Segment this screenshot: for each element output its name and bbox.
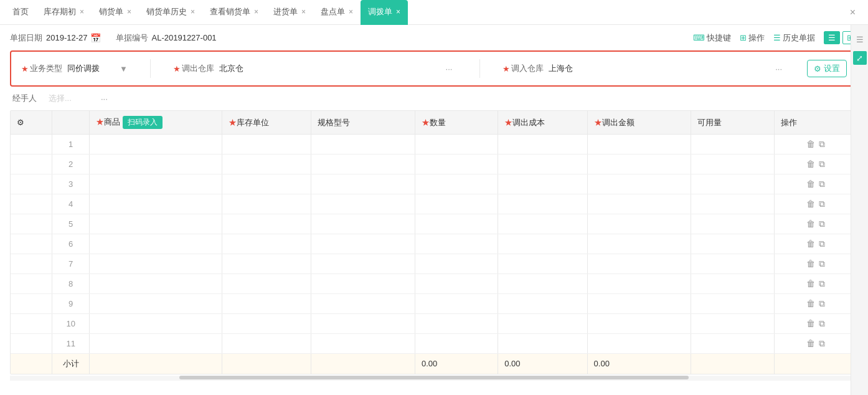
row-copy-5-icon[interactable]: ⧉ [819,219,825,229]
row-spec-5[interactable] [311,214,415,234]
row-cost-2[interactable] [498,155,587,174]
tab-transfer[interactable]: 调拨单 × [361,0,408,25]
scroll-thumb[interactable] [179,376,688,379]
row-unit-3[interactable] [222,174,311,194]
row-delete-10-icon[interactable]: 🗑 [806,318,815,329]
calendar-icon[interactable]: 📅 [90,33,101,43]
row-amount-2[interactable] [587,155,691,174]
row-delete-5-icon[interactable]: 🗑 [806,219,815,229]
tab-purchase-order[interactable]: 进货单 × [266,0,313,25]
out-warehouse-value[interactable]: 北京仓 [219,63,257,74]
tab-sales-order[interactable]: 销货单 × [92,0,139,25]
row-available-7[interactable] [691,254,774,274]
row-cost-3[interactable] [498,174,587,194]
row-unit-9[interactable] [222,294,311,314]
row-cost-5[interactable] [498,214,587,234]
row-product-3[interactable] [90,174,222,194]
row-delete-6-icon[interactable]: 🗑 [806,239,815,249]
business-type-arrow[interactable]: ▼ [120,64,128,74]
row-product-10[interactable] [90,314,222,334]
history-button[interactable]: ☰ 历史单据 [773,32,815,44]
handler-value[interactable]: 选择... [49,93,98,104]
row-product-1[interactable] [90,135,222,155]
row-copy-2-icon[interactable]: ⧉ [819,159,825,169]
shortcuts-button[interactable]: ⌨ 快捷键 [693,32,731,44]
row-unit-1[interactable] [222,135,311,155]
row-copy-11-icon[interactable]: ⧉ [819,338,825,349]
tab-purchase-order-close[interactable]: × [301,7,306,16]
row-unit-5[interactable] [222,214,311,234]
row-spec-6[interactable] [311,234,415,254]
row-amount-5[interactable] [587,214,691,234]
row-qty-5[interactable] [415,214,498,234]
tab-stocktake[interactable]: 盘点单 × [313,0,361,25]
in-warehouse-value[interactable]: 上海仓 [549,63,586,74]
tab-transfer-close[interactable]: × [396,7,400,16]
row-qty-10[interactable] [415,314,498,334]
row-delete-2-icon[interactable]: 🗑 [806,159,815,169]
row-amount-1[interactable] [587,135,691,155]
row-product-9[interactable] [90,294,222,314]
row-qty-6[interactable] [415,234,498,254]
row-available-11[interactable] [691,334,774,354]
row-available-6[interactable] [691,234,774,254]
row-qty-7[interactable] [415,254,498,274]
row-delete-1-icon[interactable]: 🗑 [806,139,815,150]
sidebar-notes-icon[interactable]: ☰ [853,32,867,46]
row-unit-8[interactable] [222,274,311,294]
row-amount-10[interactable] [587,314,691,334]
row-qty-8[interactable] [415,274,498,294]
row-delete-9-icon[interactable]: 🗑 [806,298,815,309]
row-copy-6-icon[interactable]: ⧉ [819,239,825,249]
row-available-9[interactable] [691,294,774,314]
row-available-2[interactable] [691,155,774,174]
row-copy-3-icon[interactable]: ⧉ [819,179,825,189]
row-qty-9[interactable] [415,294,498,314]
row-copy-7-icon[interactable]: ⧉ [819,259,825,269]
row-copy-8-icon[interactable]: ⧉ [819,278,825,289]
row-delete-4-icon[interactable]: 🗑 [806,199,815,209]
row-product-7[interactable] [90,254,222,274]
row-available-4[interactable] [691,194,774,214]
row-qty-3[interactable] [415,174,498,194]
row-product-2[interactable] [90,155,222,174]
handler-more[interactable]: ··· [101,94,108,103]
layout-list-button[interactable]: ☰ [824,31,840,44]
row-amount-8[interactable] [587,274,691,294]
tab-view-sales-close[interactable]: × [254,7,258,16]
row-cost-1[interactable] [498,135,587,155]
row-spec-7[interactable] [311,254,415,274]
row-qty-1[interactable] [415,135,498,155]
row-amount-4[interactable] [587,194,691,214]
row-delete-3-icon[interactable]: 🗑 [806,179,815,189]
row-spec-3[interactable] [311,174,415,194]
tab-sales-history-close[interactable]: × [191,7,195,16]
row-unit-11[interactable] [222,334,311,354]
row-cost-6[interactable] [498,234,587,254]
row-available-10[interactable] [691,314,774,334]
row-spec-10[interactable] [311,314,415,334]
row-product-11[interactable] [90,334,222,354]
row-unit-4[interactable] [222,194,311,214]
row-product-4[interactable] [90,194,222,214]
row-available-1[interactable] [691,135,774,155]
tab-sales-history[interactable]: 销货单历史 × [139,0,202,25]
row-product-8[interactable] [90,274,222,294]
row-delete-11-icon[interactable]: 🗑 [806,338,815,349]
row-delete-7-icon[interactable]: 🗑 [806,259,815,269]
row-cost-4[interactable] [498,194,587,214]
tab-home[interactable]: 首页 [5,0,36,25]
tab-sales-order-close[interactable]: × [127,7,131,16]
scan-button[interactable]: 扫码录入 [123,116,163,129]
row-qty-11[interactable] [415,334,498,354]
row-qty-2[interactable] [415,155,498,174]
tab-view-sales[interactable]: 查看销货单 × [202,0,266,25]
row-spec-9[interactable] [311,294,415,314]
settings-button[interactable]: ⚙ 设置 [807,60,847,77]
row-copy-1-icon[interactable]: ⧉ [819,139,825,150]
row-qty-4[interactable] [415,194,498,214]
row-cost-7[interactable] [498,254,587,274]
row-available-8[interactable] [691,274,774,294]
horizontal-scrollbar[interactable] [10,376,858,381]
in-warehouse-more[interactable]: ··· [770,64,787,74]
